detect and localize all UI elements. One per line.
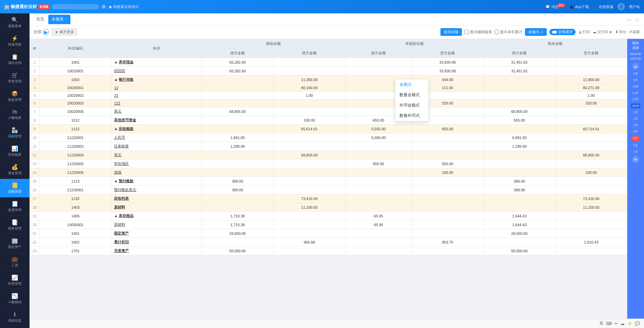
- sidebar-item-business[interactable]: 📈 经营管理: [0, 271, 30, 289]
- row-name[interactable]: 23: [111, 92, 202, 100]
- period-down-btn[interactable]: ▼: [632, 156, 639, 163]
- edit-icon[interactable]: ✏: [614, 321, 618, 326]
- row-name[interactable]: 原材料: [111, 203, 202, 212]
- row-name[interactable]: ▲ 应收账款: [111, 125, 202, 133]
- row-name[interactable]: ▲ 银行存款: [111, 75, 202, 84]
- table-row[interactable]: 4100200011280,160.00111.0080,271.00: [30, 84, 627, 92]
- period-up-btn[interactable]: ▲: [632, 63, 639, 70]
- dropdown-item-foreign-amount[interactable]: 外币金额式: [395, 100, 428, 111]
- breadcrumb-arrow[interactable]: ▶: [43, 29, 49, 35]
- show-ytd-label[interactable]: 显示本年累计: [495, 29, 522, 35]
- refresh-btn[interactable]: ↺ 刷新: [629, 29, 640, 35]
- sidebar-item-ecom[interactable]: 🛍 小畅电商: [0, 106, 30, 124]
- maximize-icon[interactable]: □: [635, 16, 640, 23]
- table-row[interactable]: 1311220005所在地区555.00555.00: [30, 159, 627, 168]
- row-name[interactable]: 所在地区: [111, 159, 202, 168]
- table-row[interactable]: 11001▲ 库存现金65,282.6033,830.9831,451.62: [30, 58, 627, 67]
- row-name[interactable]: 其他货币资金: [111, 116, 202, 125]
- row-name[interactable]: 原材料: [111, 220, 202, 229]
- table-row[interactable]: 31002▲ 银行存款11,356.00444.0011,800.00: [30, 75, 627, 84]
- return-old-btn[interactable]: 返回旧版: [440, 28, 462, 36]
- messages-btn[interactable]: 💬 消息 99+: [545, 4, 565, 9]
- show-ytd-checkbox[interactable]: [495, 30, 499, 34]
- col-settings[interactable]: ⚙: [30, 39, 40, 58]
- row-name[interactable]: 人民币: [111, 133, 202, 142]
- sidebar-item-retail[interactable]: 🛒 零售管理: [0, 69, 30, 87]
- sidebar-item-assets[interactable]: 🏢 固定资产: [0, 234, 30, 253]
- table-row[interactable]: 610020003122333.00333.00: [30, 100, 627, 107]
- table-row[interactable]: 171132应收利息73,416.0073,416.00: [30, 194, 627, 203]
- sidebar-item-system[interactable]: 🖥 系统管理: [0, 326, 30, 328]
- row-name[interactable]: 预付账款美元: [111, 186, 202, 194]
- avatar[interactable]: 👤: [618, 3, 625, 10]
- row-name[interactable]: ▲ 库存现金: [111, 58, 202, 67]
- sidebar-item-project[interactable]: 📋 项目合同: [0, 50, 30, 69]
- row-name[interactable]: 122: [111, 100, 202, 107]
- row-name[interactable]: 回回回: [111, 67, 202, 75]
- tab-balance[interactable]: 余额表 ×: [48, 15, 70, 24]
- cloud-status-icon[interactable]: ☁: [621, 321, 625, 326]
- table-row[interactable]: 1211220004美元68,805.0068,805.00: [30, 151, 627, 159]
- row-name[interactable]: 固定资产: [111, 229, 202, 238]
- row-name[interactable]: ▲ 库存商品: [111, 212, 202, 220]
- dropdown-item-qty-foreign[interactable]: 数量外币式: [395, 111, 428, 121]
- row-name[interactable]: 往来标签: [111, 142, 202, 151]
- period-month-6[interactable]: 6月: [633, 143, 638, 148]
- toggle-expand-btn[interactable]: 全部展开: [549, 29, 576, 35]
- period-year-2023[interactable]: 2023: [631, 104, 640, 108]
- show-assist-checkbox[interactable]: [465, 30, 469, 34]
- sidebar-item-search[interactable]: 🔍 搜索菜单: [0, 13, 30, 32]
- lang-btn[interactable]: 英: [599, 321, 603, 326]
- sidebar-item-inventory[interactable]: 📊 库存核算: [0, 142, 30, 160]
- period-month-2[interactable]: 2月: [633, 116, 638, 122]
- dropdown-item-amount[interactable]: 金额式: [395, 79, 428, 90]
- tab-home[interactable]: 首页: [34, 15, 47, 23]
- row-name[interactable]: 12: [111, 84, 202, 92]
- table-row[interactable]: 231701无形资产50,000.0050,000.00: [30, 247, 627, 255]
- period-month-12[interactable]: 12月: [632, 96, 639, 102]
- period-month-3[interactable]: 3月: [633, 122, 638, 128]
- period-month-7[interactable]: 7月: [633, 149, 638, 155]
- row-name[interactable]: 美元: [111, 151, 202, 159]
- period-month-11[interactable]: 11月: [632, 90, 639, 96]
- table-row[interactable]: 1611230001预付账款美元389.00389.00: [30, 186, 627, 194]
- table-row[interactable]: 221602累计折旧956.68953.751,910.43: [30, 238, 627, 247]
- keyboard-icon[interactable]: ⌨: [606, 321, 612, 326]
- period-month-8[interactable]: 8月: [633, 71, 638, 77]
- sidebar-item-salary[interactable]: 💼 工资: [0, 253, 30, 271]
- minimize-icon[interactable]: —: [626, 16, 633, 23]
- sidebar-item-wholesale[interactable]: 📦 批发管理: [0, 87, 30, 106]
- table-row[interactable]: 81012其他货币资金100.00655.00555.00: [30, 116, 627, 125]
- close-tab-icon[interactable]: ×: [65, 17, 67, 21]
- sidebar-item-funds[interactable]: 💰 资金管理: [0, 160, 30, 179]
- period-year1[interactable]: 2023.05: [630, 52, 641, 56]
- show-assist-label[interactable]: 显示辅助核算: [465, 29, 492, 35]
- sidebar-item-purchase[interactable]: 🏪 采购管理: [0, 124, 30, 142]
- period-month-9[interactable]: 9月: [633, 77, 638, 83]
- sidebar-item-tax[interactable]: 📑 税务管理: [0, 216, 30, 234]
- table-row[interactable]: 2014050001原材料1,710.3865.951,644.43: [30, 220, 627, 229]
- mode-btn[interactable]: 金额式 ∧: [525, 28, 547, 36]
- period-month-1[interactable]: 1月: [633, 110, 638, 115]
- app-download-btn[interactable]: 📱 App下载: [569, 4, 589, 9]
- dropdown-item-qty-amount[interactable]: 数量金额式: [395, 90, 428, 100]
- period-month-10[interactable]: 10月: [632, 84, 639, 89]
- row-name[interactable]: 美元: [111, 107, 202, 116]
- sidebar-item-expense[interactable]: 📉 小畅报销: [0, 289, 30, 308]
- quick-icon[interactable]: ⚡: [627, 321, 632, 326]
- demo-link[interactable]: ◉ 我要看实例演示: [109, 4, 139, 9]
- table-row[interactable]: 181403原材料11,100.0011,100.00: [30, 203, 627, 212]
- table-row[interactable]: 510020002231.001.00: [30, 92, 627, 100]
- row-name[interactable]: 游戏: [111, 168, 202, 177]
- table-row[interactable]: 191405▲ 库存商品1,710.3865.951,644.43: [30, 212, 627, 220]
- row-name[interactable]: 应收利息: [111, 194, 202, 203]
- row-name[interactable]: 累计折旧: [111, 238, 202, 247]
- table-row[interactable]: 211601固定资产29,650.0029,650.00: [30, 229, 627, 238]
- period-month-4[interactable]: 4月: [633, 129, 638, 134]
- cloud-print-btn[interactable]: ☁ 云打印 ▼: [593, 29, 612, 35]
- search-input[interactable]: [52, 4, 99, 9]
- export-btn[interactable]: ⬇ 导出: [615, 29, 626, 35]
- table-row[interactable]: 1111220002往来标签1,299.991,299.99: [30, 142, 627, 151]
- online-service-btn[interactable]: 👤 在线客服: [593, 4, 613, 9]
- period-year2[interactable]: 2023.05: [630, 57, 641, 60]
